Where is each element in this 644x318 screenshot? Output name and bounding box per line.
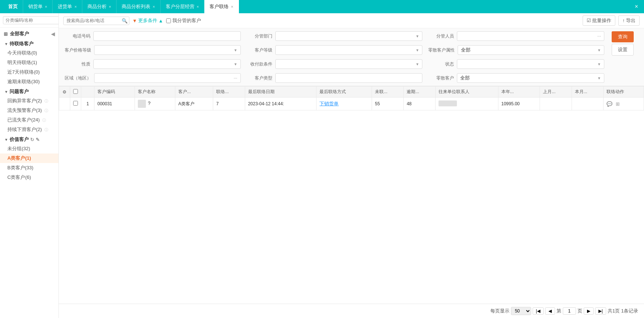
filter-payment: 收付款条件 ▼ bbox=[247, 59, 423, 69]
sidebar-item-declining[interactable]: 持续下滑客户(2) ⓘ bbox=[0, 125, 58, 134]
filter-phone: 电话号码 bbox=[65, 31, 241, 41]
filter-search-icon[interactable]: 🔍 bbox=[122, 18, 128, 24]
retail-attr-arrow-icon: ▼ bbox=[597, 48, 601, 52]
table-container: ⚙ 客户编码 客户名称 客户... 联络... 最后联络日期 最后联络方式 未联… bbox=[59, 86, 644, 304]
person-input[interactable]: ··· bbox=[457, 31, 604, 41]
table-footer: 每页显示 50 100 200 |◀ ◀ 第 页 ▶ ▶| 共1页 1条记录 bbox=[59, 304, 644, 318]
close-all-tabs[interactable]: × bbox=[632, 3, 641, 10]
next-page-button[interactable]: ▶ bbox=[584, 307, 594, 315]
batch-operation-button[interactable]: ☑ 批量操作 bbox=[583, 15, 615, 26]
action-chat-icon[interactable]: 💬 bbox=[607, 101, 612, 107]
table-row: 1 000031 ? A类客户 7 2023-04-12 14:44: 下销货单… bbox=[59, 98, 644, 110]
region-dots-icon: ··· bbox=[234, 75, 237, 81]
export-button[interactable]: ↑ 导出 bbox=[618, 15, 640, 26]
filter-region: 区域（地区） ··· bbox=[65, 73, 241, 83]
nav-tab-home[interactable]: 首页 bbox=[3, 0, 23, 13]
th-settings[interactable]: ⚙ bbox=[59, 86, 70, 98]
td-name: ? bbox=[135, 98, 175, 110]
filter-customer-type: 客户类型 bbox=[247, 73, 423, 83]
retail-customer-input[interactable]: 全部 ▼ bbox=[457, 73, 604, 83]
my-customers-checkbox[interactable] bbox=[166, 18, 171, 23]
close-tab-customer-tier[interactable]: × bbox=[197, 4, 199, 9]
query-button-area: 查询 设置 bbox=[607, 31, 638, 56]
payment-input[interactable]: ▼ bbox=[275, 59, 423, 69]
td-code: 000031 bbox=[94, 98, 135, 110]
row-checkbox[interactable] bbox=[73, 101, 78, 106]
chevron-icon: ▲ bbox=[158, 18, 163, 24]
filter-retail-attr: 零散客户属性 全部 ▼ bbox=[428, 45, 604, 55]
sidebar: 🔍 ⊞ 全部客户 ◀ ▼ 待联络客户 今天待联络(0) 明天待联络(1) 近7天… bbox=[0, 13, 59, 318]
phone-input[interactable] bbox=[93, 31, 241, 41]
nav-tab-customer-contact[interactable]: 客户联络 × bbox=[204, 0, 239, 13]
close-tab-purchase[interactable]: × bbox=[74, 4, 76, 9]
sidebar-item-7days[interactable]: 近7天待联络(0) bbox=[0, 67, 58, 77]
close-tab-analysis-list[interactable]: × bbox=[153, 4, 155, 9]
th-last-method: 最后联络方式 bbox=[316, 86, 372, 98]
sidebar-item-tomorrow[interactable]: 明天待联络(1) bbox=[0, 58, 58, 67]
select-all-checkbox[interactable] bbox=[73, 89, 78, 94]
query-button[interactable]: 查询 bbox=[612, 31, 634, 42]
sidebar-item-a-class[interactable]: A类客户(1) bbox=[0, 153, 58, 163]
filter-my-customers: 我分管的客户 bbox=[166, 17, 201, 24]
filter-row-4: 区域（地区） ··· 客户类型 bbox=[65, 73, 604, 83]
filter-bar: 🔍 ▼ 更多条件 ▲ 我分管的客户 ☑ 批量操作 ↑ 导出 bbox=[59, 13, 644, 28]
sidebar-all-customers[interactable]: ⊞ 全部客户 ◀ bbox=[0, 28, 58, 39]
close-tab-sales[interactable]: × bbox=[45, 4, 47, 9]
sidebar-item-c-class[interactable]: C类客户(6) bbox=[0, 173, 58, 182]
status-arrow-icon: ▼ bbox=[597, 62, 601, 66]
customer-type-input[interactable] bbox=[275, 73, 423, 83]
info-icon-1: ⓘ bbox=[44, 99, 48, 103]
edit-icon[interactable]: ✎ bbox=[36, 137, 40, 142]
page-size-select[interactable]: 50 100 200 bbox=[511, 307, 531, 315]
nav-tab-analysis[interactable]: 商品分析 × bbox=[82, 0, 117, 13]
close-tab-analysis[interactable]: × bbox=[109, 4, 111, 9]
sidebar-item-churn-warn[interactable]: 流失预警客户(3) ⓘ bbox=[0, 106, 58, 115]
prev-page-button[interactable]: ◀ bbox=[545, 307, 555, 315]
action-qr-icon[interactable]: ⊞ bbox=[616, 101, 620, 107]
sidebar-item-overdue[interactable]: 逾期未联络(30) bbox=[0, 77, 58, 86]
settings-button[interactable]: 设置 bbox=[612, 44, 634, 56]
filter-search-input[interactable] bbox=[67, 18, 122, 23]
filter-row-3: 性质 ▼ 收付款条件 ▼ bbox=[65, 59, 604, 69]
last-page-button[interactable]: ▶| bbox=[595, 307, 606, 315]
sidebar-item-churned[interactable]: 已流失客户(24) ⓘ bbox=[0, 115, 58, 125]
th-type: 客户... bbox=[175, 86, 213, 98]
sidebar-item-unclassified[interactable]: 未分组(32) bbox=[0, 144, 58, 153]
sidebar-item-b-class[interactable]: B类客户(33) bbox=[0, 163, 58, 173]
sidebar-item-today[interactable]: 今天待联络(0) bbox=[0, 48, 58, 58]
sidebar-group-value[interactable]: ▼ 价值客户 ↻ ✎ bbox=[0, 134, 58, 144]
sidebar-group-pending[interactable]: ▼ 待联络客户 bbox=[0, 39, 58, 48]
info-icon-4: ⓘ bbox=[44, 128, 48, 132]
arrow-down-icon3: ▼ bbox=[4, 138, 8, 142]
export-icon: ↑ bbox=[622, 18, 625, 23]
filter-customer-level: 客户等级 ▼ bbox=[247, 45, 423, 55]
nav-tab-purchase[interactable]: 进货单 × bbox=[53, 0, 82, 13]
nav-tab-analysis-list[interactable]: 商品分析列表 × bbox=[117, 0, 160, 13]
nav-tab-customer-tier[interactable]: 客户分层经营 × bbox=[161, 0, 204, 13]
customer-table: ⚙ 客户编码 客户名称 客户... 联络... 最后联络日期 最后联络方式 未联… bbox=[59, 86, 644, 110]
status-input[interactable]: ▼ bbox=[457, 59, 604, 69]
nature-input[interactable]: ▼ bbox=[93, 59, 241, 69]
footer-pagination: 每页显示 50 100 200 |◀ ◀ 第 页 ▶ ▶| 共1页 1条记录 bbox=[490, 307, 638, 315]
retail-attr-input[interactable]: 全部 ▼ bbox=[458, 45, 604, 55]
refresh-icon[interactable]: ↻ bbox=[30, 137, 34, 142]
first-page-button[interactable]: |◀ bbox=[533, 307, 544, 315]
sidebar-search-input[interactable] bbox=[3, 16, 59, 24]
th-this-year: 本年... bbox=[498, 86, 540, 98]
advanced-filter: 电话号码 分管部门 ▼ 分管人员 bbox=[59, 28, 644, 86]
customer-level-input[interactable]: ▼ bbox=[275, 45, 423, 55]
region-input[interactable]: ··· bbox=[94, 73, 241, 83]
collapse-sidebar-icon[interactable]: ◀ bbox=[51, 31, 55, 37]
sidebar-group-problem[interactable]: ▼ 问题客户 bbox=[0, 86, 58, 96]
dept-input[interactable]: ▼ bbox=[275, 31, 423, 41]
page-input[interactable] bbox=[563, 307, 576, 315]
sidebar-item-repurchase[interactable]: 回购异常客户(2) ⓘ bbox=[0, 96, 58, 106]
nav-tab-sales[interactable]: 销货单 × bbox=[23, 0, 53, 13]
info-icon-2: ⓘ bbox=[44, 109, 48, 113]
price-level-input[interactable]: ▼ bbox=[94, 45, 241, 55]
close-tab-customer-contact[interactable]: × bbox=[231, 4, 233, 9]
retail-cust-arrow-icon: ▼ bbox=[597, 76, 601, 80]
person-dots-icon: ··· bbox=[597, 33, 601, 39]
filter-more-conditions[interactable]: ▼ 更多条件 ▲ bbox=[132, 17, 163, 24]
last-method-link[interactable]: 下销货单 bbox=[319, 101, 339, 106]
